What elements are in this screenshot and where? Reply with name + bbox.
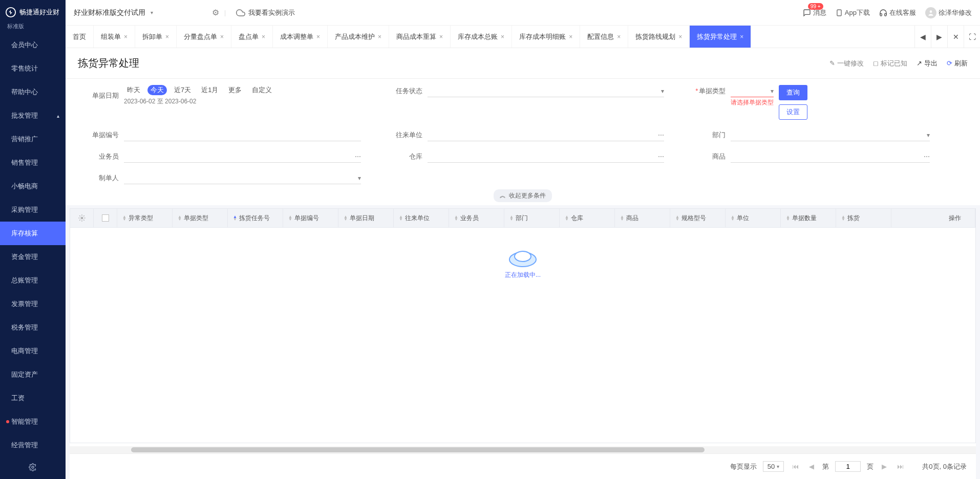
messages-button[interactable]: 99 + 消息 xyxy=(803,8,826,17)
settings-button[interactable]: 设置 xyxy=(779,104,807,120)
filter-bill-type[interactable]: 单据类型 ▾ xyxy=(685,85,774,97)
date-quick-3[interactable]: 近1月 xyxy=(198,85,221,95)
close-icon[interactable]: × xyxy=(262,33,265,40)
filter-salesman[interactable]: 业务员 ⋯ xyxy=(78,150,361,163)
fullscreen-button[interactable]: ⛶ xyxy=(964,26,980,48)
sidebar-item-15[interactable]: 工资 xyxy=(0,386,66,410)
sidebar-item-10[interactable]: 总账管理 xyxy=(0,269,66,292)
scroll-thumb[interactable] xyxy=(131,447,705,452)
th-3[interactable]: ▲▼单据编号 xyxy=(283,209,338,227)
date-quick-4[interactable]: 更多 xyxy=(225,85,245,95)
filter-dept[interactable]: 部门 ▾ xyxy=(685,129,930,141)
company-selector[interactable]: 好业财标准版交付试用 ▾ xyxy=(74,8,207,17)
close-icon[interactable]: × xyxy=(678,33,682,40)
tabs-next-button[interactable]: ▶ xyxy=(931,26,947,48)
sidebar-item-1[interactable]: 零售统计 xyxy=(0,57,66,80)
filter-warehouse[interactable]: 仓库 ⋯ xyxy=(381,150,665,163)
tab-10[interactable]: 配置信息× xyxy=(580,26,628,48)
date-quick-1[interactable]: 今天 xyxy=(147,85,167,95)
filter-product[interactable]: 商品 ⋯ xyxy=(685,150,930,163)
close-icon[interactable]: × xyxy=(617,33,621,40)
sidebar-item-17[interactable]: 经营管理 xyxy=(0,433,66,457)
filter-corr-unit[interactable]: 往来单位 ⋯ xyxy=(381,129,665,141)
tabs-close-button[interactable]: ✕ xyxy=(947,26,964,48)
sidebar-item-2[interactable]: 帮助中心 xyxy=(0,80,66,104)
tab-8[interactable]: 库存成本总账× xyxy=(451,26,512,48)
tab-1[interactable]: 组装单× xyxy=(94,26,135,48)
mark-known-button[interactable]: ◻ 标记已知 xyxy=(873,59,907,68)
filter-maker[interactable]: 制单人 ▾ xyxy=(78,172,361,184)
date-quick-2[interactable]: 近7天 xyxy=(171,85,194,95)
close-icon[interactable]: × xyxy=(439,33,443,40)
tab-5[interactable]: 成本调整单× xyxy=(273,26,328,48)
th-13[interactable]: ▲▼拣货 xyxy=(836,209,891,227)
select-all-checkbox[interactable] xyxy=(94,209,117,227)
demo-link[interactable]: 我要看实例演示 xyxy=(236,8,295,17)
th-6[interactable]: ▲▼业务员 xyxy=(449,209,504,227)
tab-0[interactable]: 首页 xyxy=(66,26,94,48)
sidebar-item-14[interactable]: 固定资产 xyxy=(0,363,66,386)
table-settings-button[interactable] xyxy=(70,209,94,227)
sidebar-item-6[interactable]: 小畅电商 xyxy=(0,175,66,198)
export-button[interactable]: ↗ 导出 xyxy=(917,59,938,68)
th-0[interactable]: ▲▼异常类型 xyxy=(117,209,173,227)
th-4[interactable]: ▲▼单据日期 xyxy=(338,209,394,227)
tab-7[interactable]: 商品成本重算× xyxy=(389,26,451,48)
sidebar-item-0[interactable]: 会员中心 xyxy=(0,33,66,57)
sidebar-item-13[interactable]: 电商管理 xyxy=(0,339,66,363)
th-7[interactable]: ▲▼部门 xyxy=(504,209,560,227)
close-icon[interactable]: × xyxy=(124,33,127,40)
sidebar-item-9[interactable]: 资金管理 xyxy=(0,245,66,269)
tab-2[interactable]: 拆卸单× xyxy=(135,26,177,48)
pager-first[interactable]: ⏮ xyxy=(790,463,801,470)
pager-next[interactable]: ▶ xyxy=(880,463,889,470)
sidebar-item-7[interactable]: 采购管理 xyxy=(0,198,66,222)
sidebar-item-3[interactable]: 批发管理▴ xyxy=(0,104,66,127)
filter-bill-no[interactable]: 单据编号 xyxy=(78,129,361,141)
close-icon[interactable]: × xyxy=(220,33,224,40)
tab-11[interactable]: 拣货路线规划× xyxy=(628,26,690,48)
sidebar-item-16[interactable]: 智能管理 xyxy=(0,410,66,433)
close-icon[interactable]: × xyxy=(316,33,320,40)
pager-last[interactable]: ⏭ xyxy=(895,463,906,470)
date-quick-0[interactable]: 昨天 xyxy=(124,85,143,95)
close-icon[interactable]: × xyxy=(165,33,169,40)
close-icon[interactable]: × xyxy=(569,33,572,40)
tab-3[interactable]: 分量盘点单× xyxy=(177,26,231,48)
tab-6[interactable]: 产品成本维护× xyxy=(328,26,389,48)
th-1[interactable]: ▲▼单据类型 xyxy=(173,209,228,227)
th-2[interactable]: ▲▼拣货任务号 xyxy=(228,209,283,227)
th-10[interactable]: ▲▼规格型号 xyxy=(670,209,726,227)
tab-4[interactable]: 盘点单× xyxy=(231,26,273,48)
tabs-prev-button[interactable]: ◀ xyxy=(914,26,931,48)
th-12[interactable]: ▲▼单据数量 xyxy=(781,209,836,227)
th-9[interactable]: ▲▼商品 xyxy=(615,209,670,227)
sidebar-item-4[interactable]: 营销推广 xyxy=(0,127,66,151)
th-5[interactable]: ▲▼往来单位 xyxy=(394,209,449,227)
tab-9[interactable]: 库存成本明细账× xyxy=(512,26,580,48)
th-8[interactable]: ▲▼仓库 xyxy=(560,209,615,227)
more-icon[interactable]: ⋯ xyxy=(658,132,664,139)
close-icon[interactable]: × xyxy=(740,33,743,40)
horizontal-scrollbar[interactable] xyxy=(70,446,976,453)
sidebar-item-8[interactable]: 库存核算 xyxy=(0,222,66,245)
support-button[interactable]: 在线客服 xyxy=(879,8,916,17)
pager-prev[interactable]: ◀ xyxy=(807,463,816,470)
user-menu[interactable]: 徐泽华修改 xyxy=(925,7,972,18)
more-icon[interactable]: ⋯ xyxy=(355,153,361,160)
close-icon[interactable]: × xyxy=(501,33,504,40)
query-button[interactable]: 查询 xyxy=(779,85,807,100)
page-size-select[interactable]: 50 ▾ xyxy=(763,461,784,472)
bulk-edit-button[interactable]: ✎ 一键修改 xyxy=(829,59,864,68)
page-input[interactable] xyxy=(835,461,861,472)
tab-12[interactable]: 拣货异常处理× xyxy=(690,26,751,48)
date-quick-5[interactable]: 自定义 xyxy=(249,85,275,95)
sidebar-item-12[interactable]: 税务管理 xyxy=(0,316,66,339)
refresh-button[interactable]: ⟳ 刷新 xyxy=(947,59,968,68)
close-icon[interactable]: × xyxy=(378,33,381,40)
gear-icon[interactable]: ⚙ xyxy=(212,8,219,17)
app-download-button[interactable]: App下载 xyxy=(836,8,870,17)
th-11[interactable]: ▲▼单位 xyxy=(726,209,781,227)
collapse-filters-button[interactable]: ︽ 收起更多条件 xyxy=(494,189,552,202)
filter-task-status[interactable]: 任务状态 ▾ xyxy=(381,85,665,97)
